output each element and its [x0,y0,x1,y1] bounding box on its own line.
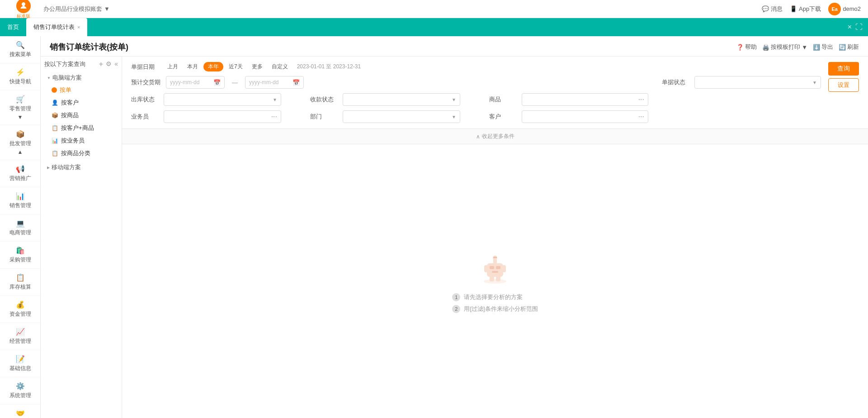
sidebar-sales-label: 销售管理 [9,202,31,209]
help-icon: ❓ [736,44,744,51]
scheme-group-header-mobile[interactable]: ▶ 移动端方案 [44,162,118,173]
customer-input[interactable]: ··· [522,110,648,123]
wholesale-arrow: ▲ [18,149,23,155]
sidebar-item-retail[interactable]: 🛒 零售管理 ▼ [0,90,40,125]
sidebar-item-inventory[interactable]: 📋 库存核算 [0,269,40,296]
goods-label: 商品 [489,95,516,104]
top-bar-right: 💬 消息 📱 App下载 Ea demo2 [762,3,861,15]
shipping-select[interactable]: ▼ [164,93,281,106]
date-tab-thisyear[interactable]: 本年 [203,62,223,71]
scheme-item-goods[interactable]: 📦 按商品 [44,109,118,122]
tab-close-icon[interactable]: × [77,24,80,30]
date-tabs: 上月 本月 本年 近7天 更多 自定义 2023-01-01 至 2023-12… [164,62,361,71]
expected-date-end[interactable]: yyyy-mm-dd 📅 [245,76,304,89]
svg-rect-9 [484,265,488,272]
hint-1-text: 请先选择要分析的方案 [464,293,523,301]
scheme-item-order[interactable]: 按单 [44,84,118,96]
expected-date-start[interactable]: yyyy-mm-dd 📅 [166,76,225,89]
message-icon: 💬 [762,5,769,12]
collapse-text: 收起更多条件 [482,133,514,140]
sidebar-inventory-label: 库存核算 [9,283,31,291]
sidebar-item-corp[interactable]: 🤝 企业协同 [0,404,40,418]
template-print-btn[interactable]: 🖨️ 按模板打印 ▼ [762,43,807,51]
tab-sales-order[interactable]: 销售订单统计表 × [26,18,87,36]
svg-rect-11 [490,276,494,281]
scheme-item-customer[interactable]: 👤 按客户 [44,96,118,109]
scheme-salesperson-label: 按业务员 [61,137,85,145]
hint-2-text: 用[过滤]条件来缩小分析范围 [464,305,538,313]
sidebar-item-ecommerce[interactable]: 💻 电商管理 [0,214,40,242]
date-tab-more[interactable]: 更多 [248,62,266,71]
date-tab-thismonth[interactable]: 本月 [184,62,202,71]
scheme-item-category[interactable]: 📋 按商品分类 [44,147,118,160]
filter-row-1: 单据日期 上月 本月 本年 近7天 更多 自定义 2023-01-01 至 20… [131,62,859,123]
salesperson-input[interactable]: ··· [164,110,281,123]
hint-2-num: 2 [452,305,460,313]
scheme-salesperson-icon: 📊 [52,138,58,144]
sidebar-item-quicknav[interactable]: ⚡ 快捷导航 [0,63,40,90]
sidebar-item-marketing[interactable]: 📢 营销推广 [0,160,40,187]
goods-input[interactable]: ··· [522,93,648,106]
scheme-header-icons: + ⚙ « [99,60,118,68]
scheme-mobile-group: ▶ 移动端方案 [44,162,118,173]
dept-chevron: ▼ [452,114,456,119]
export-btn[interactable]: ⬇️ 导出 [813,43,833,51]
top-bar: 标准版 办公用品行业模拟账套 ▼ 💬 消息 📱 App下载 Ea demo2 [0,0,868,18]
search-icon: 🔍 [16,41,25,49]
scheme-add-icon[interactable]: + [99,60,103,68]
sidebar-item-purchase[interactable]: 🛍️ 采购管理 [0,242,40,269]
date-tab-custom[interactable]: 自定义 [268,62,292,71]
status-select[interactable]: ▼ [694,76,821,89]
empty-illustration [477,250,513,286]
date-tab-7days[interactable]: 近7天 [225,62,246,71]
print-icon: 🖨️ [762,44,769,51]
sidebar-marketing-label: 营销推广 [9,175,31,182]
date-range: 2023-01-01 至 2023-12-31 [297,63,361,71]
scheme-collapse-icon[interactable]: « [114,60,118,68]
window-maximize-btn[interactable]: ⛶ [855,23,863,31]
query-button[interactable]: 查询 [828,62,859,76]
scheme-customer-icon: 👤 [52,100,58,106]
logo-icon [16,0,31,13]
window-close-btn[interactable]: × [848,23,852,31]
status-label: 单据状态 [662,78,689,86]
breadcrumb-chevron[interactable]: ▼ [104,5,110,12]
scheme-title: 按以下方案查询 [44,60,85,68]
date-filter-row: 单据日期 上月 本月 本年 近7天 更多 自定义 2023-01-01 至 20… [131,62,821,71]
filter-col-left: 单据日期 上月 本月 本年 近7天 更多 自定义 2023-01-01 至 20… [131,62,821,123]
sidebar-item-wholesale[interactable]: 📦 批发管理 ▲ [0,125,40,160]
sidebar-item-finance[interactable]: 💰 资金管理 [0,296,40,323]
scheme-order-label: 按单 [60,86,71,94]
user-area[interactable]: Ea demo2 [828,3,861,15]
scheme-item-salesperson[interactable]: 📊 按业务员 [44,134,118,147]
settings-button[interactable]: 设置 [828,78,859,92]
scheme-group-header-desktop[interactable]: ▼ 电脑端方案 [44,72,118,84]
tab-home[interactable]: 首页 [0,18,26,36]
sidebar-quicknav-label: 快捷导航 [9,78,31,86]
scheme-desktop-group: ▼ 电脑端方案 按单 👤 按客户 📦 按商品 [44,72,118,160]
refresh-btn[interactable]: 🔄 刷新 [839,43,859,51]
sidebar-item-basic[interactable]: 📝 基础信息 [0,350,40,377]
customer-label: 客户 [489,113,516,121]
sidebar-item-operations[interactable]: 📈 经营管理 [0,323,40,350]
scheme-category-label: 按商品分类 [61,149,90,157]
scheme-item-customer-goods[interactable]: 📋 按客户+商品 [44,122,118,134]
sidebar-item-search[interactable]: 🔍 搜索菜单 [0,36,40,63]
sidebar-item-sales[interactable]: 📊 销售管理 [0,187,40,214]
collapse-bar[interactable]: ∧ 收起更多条件 [122,129,868,144]
collapse-up-icon: ∧ [476,133,480,140]
content-area: 销售订单统计表(按单) ❓ 帮助 🖨️ 按模板打印 ▼ ⬇️ 导出 🔄 刷新 [41,36,868,418]
help-btn[interactable]: ❓ 帮助 [736,43,757,51]
app-download-btn[interactable]: 📱 App下载 [790,5,821,13]
dept-select[interactable]: ▼ [343,110,460,123]
message-label: 消息 [771,5,783,13]
salesperson-dots: ··· [271,113,277,121]
payment-select[interactable]: ▼ [343,93,460,106]
refresh-label: 刷新 [847,43,859,51]
scheme-settings-icon[interactable]: ⚙ [106,60,112,68]
sidebar-item-system[interactable]: ⚙️ 系统管理 [0,377,40,404]
date-tab-lastmonth[interactable]: 上月 [164,62,182,71]
calendar-icon-start: 📅 [213,79,221,86]
message-btn[interactable]: 💬 消息 [762,5,783,13]
scheme-customer-label: 按客户 [61,99,79,107]
